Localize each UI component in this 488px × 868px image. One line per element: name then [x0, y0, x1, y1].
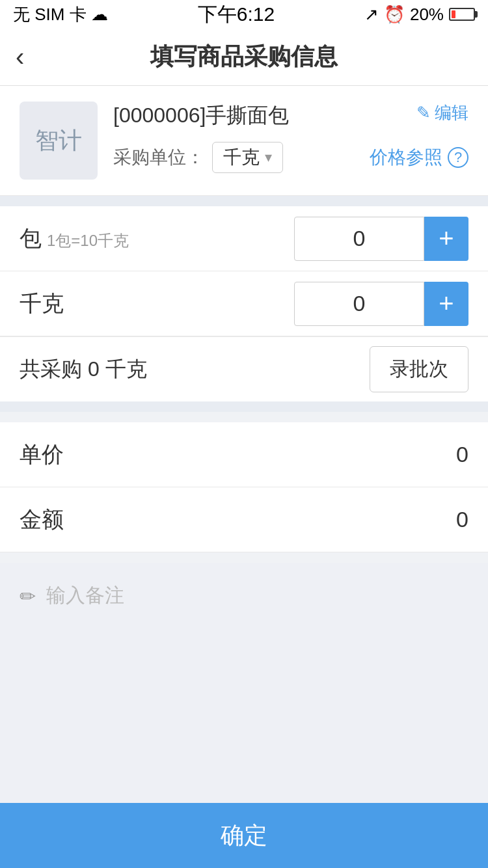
bao-input[interactable] — [294, 217, 424, 261]
product-name: [0000006]手撕面包 — [113, 102, 289, 130]
price-section: 单价 0 金额 0 — [0, 422, 488, 552]
alarm-icon: ⏰ — [384, 5, 405, 25]
edit-button[interactable]: ✎ 编辑 — [416, 102, 468, 124]
nav-bar: ‹ 填写商品采购信息 — [0, 29, 488, 86]
remark-placeholder: 输入备注 — [46, 582, 124, 609]
kg-input[interactable] — [294, 282, 424, 326]
unit-select[interactable]: 千克 ▾ — [212, 142, 283, 173]
battery-icon — [449, 8, 475, 21]
unit-price-value: 0 — [456, 442, 468, 467]
bao-stepper: + — [294, 217, 468, 261]
summary-text: 共采购 0 千克 — [20, 355, 370, 384]
edit-label: 编辑 — [435, 102, 468, 124]
amount-value: 0 — [456, 507, 468, 532]
unit-label: 采购单位： — [113, 145, 204, 170]
summary-row: 共采购 0 千克 录批次 — [0, 336, 488, 401]
product-card: 智计 [0000006]手撕面包 ✎ 编辑 采购单位： 千克 ▾ — [0, 86, 488, 196]
kg-stepper: + — [294, 282, 468, 326]
bao-input-row: 包1包=10千克 + — [0, 206, 488, 271]
remark-section[interactable]: ✏ 输入备注 — [0, 563, 488, 693]
pencil-icon: ✏ — [20, 585, 36, 608]
product-header: [0000006]手撕面包 ✎ 编辑 — [113, 102, 468, 130]
kg-plus-button[interactable]: + — [424, 282, 468, 326]
confirm-button[interactable]: 确定 — [0, 803, 488, 868]
battery-percent: 20% — [410, 5, 444, 25]
bao-plus-button[interactable]: + — [424, 217, 468, 261]
kg-label: 千克 — [20, 289, 294, 319]
sim-status: 无 SIM 卡 ☁ — [13, 3, 108, 26]
section-divider-1 — [0, 196, 488, 206]
product-unit-row: 采购单位： 千克 ▾ 价格参照 ? — [113, 142, 468, 173]
location-icon: ↗ — [364, 5, 379, 25]
status-right: ↗ ⏰ 20% — [364, 5, 475, 25]
unit-value: 千克 — [223, 145, 260, 170]
price-ref-help-icon: ? — [448, 147, 468, 168]
product-image: 智计 — [20, 102, 98, 180]
price-ref-label: 价格参照 — [370, 145, 442, 170]
status-left: 无 SIM 卡 ☁ — [13, 3, 108, 26]
page-title: 填写商品采购信息 — [150, 41, 338, 73]
unit-price-label: 单价 — [20, 440, 456, 470]
bao-label: 包1包=10千克 — [20, 224, 294, 254]
record-batch-button[interactable]: 录批次 — [370, 346, 468, 392]
status-bar: 无 SIM 卡 ☁ 下午6:12 ↗ ⏰ 20% — [0, 0, 488, 29]
kg-input-row: 千克 + — [0, 271, 488, 336]
input-section: 包1包=10千克 + 千克 + 共采购 0 千克 录批次 — [0, 206, 488, 401]
bao-sub: 1包=10千克 — [47, 232, 129, 249]
amount-label: 金额 — [20, 505, 456, 535]
product-info: [0000006]手撕面包 ✎ 编辑 采购单位： 千克 ▾ 价格参照 ? — [113, 102, 468, 173]
amount-row: 金额 0 — [0, 487, 488, 552]
confirm-label: 确定 — [221, 820, 267, 852]
price-ref-button[interactable]: 价格参照 ? — [370, 145, 468, 170]
back-button[interactable]: ‹ — [16, 42, 24, 72]
chevron-down-icon: ▾ — [265, 149, 272, 166]
unit-price-row: 单价 0 — [0, 422, 488, 487]
edit-icon: ✎ — [416, 103, 431, 123]
section-divider-2 — [0, 401, 488, 412]
status-time: 下午6:12 — [198, 1, 275, 28]
product-logo: 智计 — [35, 126, 82, 154]
